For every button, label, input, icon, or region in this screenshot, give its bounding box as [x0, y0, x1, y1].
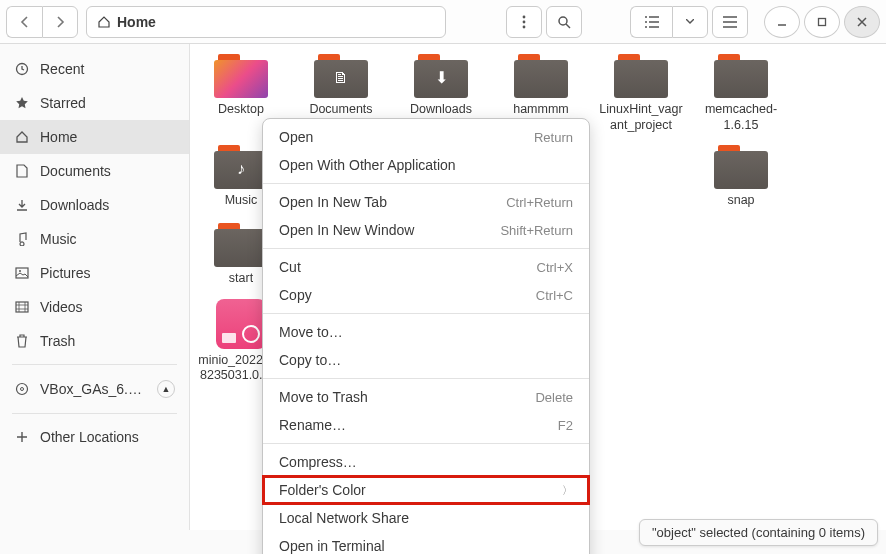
menu-item-open-in-terminal[interactable]: Open in Terminal — [263, 532, 589, 554]
menu-item-label: Open With Other Application — [279, 157, 456, 173]
back-button[interactable] — [6, 6, 42, 38]
menu-item-copy-to[interactable]: Copy to… — [263, 346, 589, 374]
menu-item-label: Open In New Tab — [279, 194, 387, 210]
sidebar-item-label: Other Locations — [40, 429, 139, 445]
svg-point-10 — [21, 388, 24, 391]
menu-item-open-in-new-tab[interactable]: Open In New TabCtrl+Return — [263, 188, 589, 216]
menu-item-folder-s-color[interactable]: Folder's Color〉 — [263, 476, 589, 504]
file-label: Documents — [309, 102, 372, 118]
file-label: start — [229, 271, 253, 287]
menu-item-label: Copy to… — [279, 352, 341, 368]
sidebar-item-starred[interactable]: Starred — [0, 86, 189, 120]
menu-shortcut: Ctrl+C — [536, 288, 573, 303]
eject-button[interactable]: ▲ — [157, 380, 175, 398]
sidebar: RecentStarredHomeDocumentsDownloadsMusic… — [0, 44, 190, 530]
close-button[interactable] — [844, 6, 880, 38]
folder-icon: ⬇ — [414, 54, 468, 98]
path-bar[interactable]: Home — [86, 6, 446, 38]
sidebar-other-locations[interactable]: Other Locations — [0, 420, 189, 454]
search-button[interactable] — [546, 6, 582, 38]
home-icon — [97, 15, 111, 29]
maximize-icon — [817, 17, 827, 27]
maximize-button[interactable] — [804, 6, 840, 38]
minimize-icon — [777, 17, 787, 27]
file-item[interactable]: memcached-1.6.15 — [698, 54, 784, 133]
folder-icon — [714, 54, 768, 98]
sidebar-item-music[interactable]: Music — [0, 222, 189, 256]
music-icon — [14, 232, 30, 246]
sidebar-item-documents[interactable]: Documents — [0, 154, 189, 188]
sidebar-item-downloads[interactable]: Downloads — [0, 188, 189, 222]
folder-icon — [214, 223, 268, 267]
disc-icon — [14, 382, 30, 396]
menu-item-local-network-share[interactable]: Local Network Share — [263, 504, 589, 532]
minimize-button[interactable] — [764, 6, 800, 38]
plus-icon — [14, 431, 30, 443]
svg-point-1 — [523, 20, 526, 23]
forward-button[interactable] — [42, 6, 78, 38]
picture-icon — [14, 267, 30, 279]
menu-item-label: Copy — [279, 287, 312, 303]
status-bar: "object" selected (containing 0 items) — [639, 519, 878, 546]
download-icon — [14, 198, 30, 212]
sidebar-item-label: Downloads — [40, 197, 109, 213]
file-label: memcached-1.6.15 — [698, 102, 784, 133]
sidebar-item-pictures[interactable]: Pictures — [0, 256, 189, 290]
kebab-menu-button[interactable] — [506, 6, 542, 38]
file-label: snap — [727, 193, 754, 209]
sidebar-item-trash[interactable]: Trash — [0, 324, 189, 358]
menu-item-label: Folder's Color — [279, 482, 366, 498]
menu-item-open-with-other-application[interactable]: Open With Other Application — [263, 151, 589, 179]
menu-item-label: Cut — [279, 259, 301, 275]
file-item[interactable]: snap — [698, 145, 784, 211]
chevron-right-icon: 〉 — [562, 483, 573, 498]
path-label: Home — [117, 14, 156, 30]
close-icon — [857, 17, 867, 27]
folder-icon — [714, 145, 768, 189]
hamburger-menu-button[interactable] — [712, 6, 748, 38]
menu-item-rename[interactable]: Rename…F2 — [263, 411, 589, 439]
chevron-right-icon — [54, 16, 66, 28]
nav-buttons — [6, 6, 78, 38]
file-item[interactable]: LinuxHint_vagrant_project — [598, 54, 684, 133]
folder-icon — [614, 54, 668, 98]
list-view-button[interactable] — [630, 6, 672, 38]
sidebar-item-label: Videos — [40, 299, 83, 315]
file-label: Desktop — [218, 102, 264, 118]
menu-item-open[interactable]: OpenReturn — [263, 123, 589, 151]
star-icon — [14, 96, 30, 110]
view-dropdown-button[interactable] — [672, 6, 708, 38]
svg-point-7 — [19, 270, 21, 272]
sidebar-item-videos[interactable]: Videos — [0, 290, 189, 324]
file-label: Downloads — [410, 102, 472, 118]
menu-item-compress[interactable]: Compress… — [263, 448, 589, 476]
menu-item-move-to[interactable]: Move to… — [263, 318, 589, 346]
view-switcher — [630, 6, 708, 38]
menu-item-label: Compress… — [279, 454, 357, 470]
svg-rect-4 — [819, 18, 826, 25]
sidebar-item-label: Documents — [40, 163, 111, 179]
document-icon — [14, 164, 30, 178]
menu-shortcut: Ctrl+Return — [506, 195, 573, 210]
svg-rect-6 — [16, 268, 28, 278]
video-icon — [14, 301, 30, 313]
sidebar-item-home[interactable]: Home — [0, 120, 189, 154]
menu-item-open-in-new-window[interactable]: Open In New WindowShift+Return — [263, 216, 589, 244]
menu-item-label: Move to… — [279, 324, 343, 340]
package-icon — [216, 299, 266, 349]
file-label: LinuxHint_vagrant_project — [598, 102, 684, 133]
hamburger-icon — [723, 16, 737, 28]
sidebar-item-label: Recent — [40, 61, 84, 77]
svg-point-2 — [523, 25, 526, 28]
sidebar-mount[interactable]: VBox_GAs_6.…▲ — [0, 371, 189, 407]
clock-icon — [14, 62, 30, 76]
menu-item-move-to-trash[interactable]: Move to TrashDelete — [263, 383, 589, 411]
search-icon — [557, 15, 571, 29]
menu-item-label: Move to Trash — [279, 389, 368, 405]
svg-point-3 — [559, 17, 567, 25]
menu-item-copy[interactable]: CopyCtrl+C — [263, 281, 589, 309]
sidebar-item-recent[interactable]: Recent — [0, 52, 189, 86]
file-label: hammmm — [513, 102, 569, 118]
menu-item-cut[interactable]: CutCtrl+X — [263, 253, 589, 281]
context-menu: OpenReturnOpen With Other ApplicationOpe… — [262, 118, 590, 554]
